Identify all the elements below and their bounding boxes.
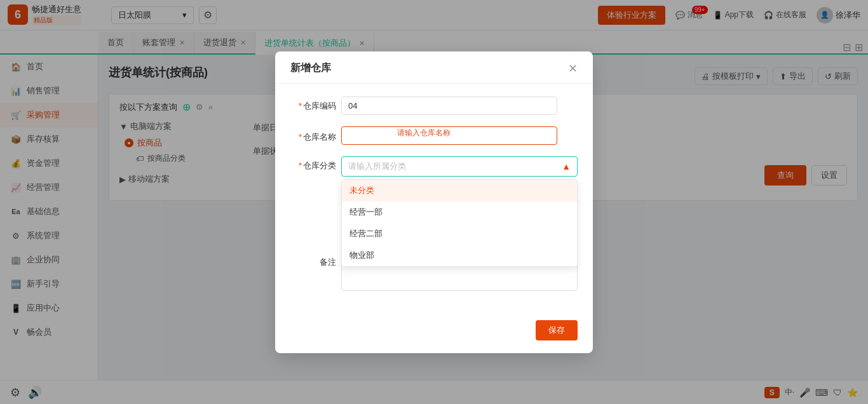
dropdown-item-dept1[interactable]: 经营一部 bbox=[342, 201, 577, 223]
dialog-footer: 保存 bbox=[275, 313, 593, 353]
category-dropdown-trigger[interactable]: 请输入所属分类 ▲ bbox=[341, 156, 578, 177]
code-label: 仓库编码 bbox=[290, 97, 341, 112]
category-wrapper: 请输入所属分类 ▲ 未分类 经营一部 经营二部 bbox=[341, 156, 578, 177]
dropdown-dept3-label: 物业部 bbox=[349, 250, 374, 260]
code-input[interactable] bbox=[341, 97, 557, 115]
category-arrow-up-icon: ▲ bbox=[562, 161, 571, 172]
dialog-close-button[interactable]: ✕ bbox=[568, 62, 578, 76]
form-row-code: 仓库编码 bbox=[290, 97, 578, 115]
category-dropdown-list: 未分类 经营一部 经营二部 物业部 bbox=[341, 179, 578, 267]
new-warehouse-dialog: 新增仓库 ✕ 仓库编码 仓库名称 请输入仓库名称 仓库分类 bbox=[275, 51, 593, 353]
name-error-msg: 请输入仓库名称 bbox=[397, 128, 451, 138]
form-row-name: 仓库名称 请输入仓库名称 bbox=[290, 126, 578, 145]
category-label: 仓库分类 bbox=[290, 156, 341, 172]
dropdown-item-dept3[interactable]: 物业部 bbox=[342, 245, 577, 266]
dropdown-item-dept2[interactable]: 经营二部 bbox=[342, 223, 577, 245]
dialog-body: 仓库编码 仓库名称 请输入仓库名称 仓库分类 请输入所属分类 ▲ bbox=[275, 84, 593, 313]
dropdown-dept1-label: 经营一部 bbox=[349, 207, 383, 217]
category-placeholder: 请输入所属分类 bbox=[348, 161, 406, 172]
dropdown-none-label: 未分类 bbox=[349, 185, 374, 195]
dropdown-dept2-label: 经营二部 bbox=[349, 229, 383, 238]
dialog-overlay: 新增仓库 ✕ 仓库编码 仓库名称 请输入仓库名称 仓库分类 bbox=[0, 0, 868, 404]
save-button[interactable]: 保存 bbox=[536, 320, 578, 340]
form-row-category: 仓库分类 请输入所属分类 ▲ 未分类 经营一部 经营二 bbox=[290, 156, 578, 177]
remark-label: 备注 bbox=[290, 253, 341, 268]
dialog-title: 新增仓库 bbox=[290, 62, 331, 75]
dialog-header: 新增仓库 ✕ bbox=[275, 51, 593, 84]
name-label: 仓库名称 bbox=[290, 128, 341, 143]
dropdown-item-none[interactable]: 未分类 bbox=[342, 180, 577, 201]
